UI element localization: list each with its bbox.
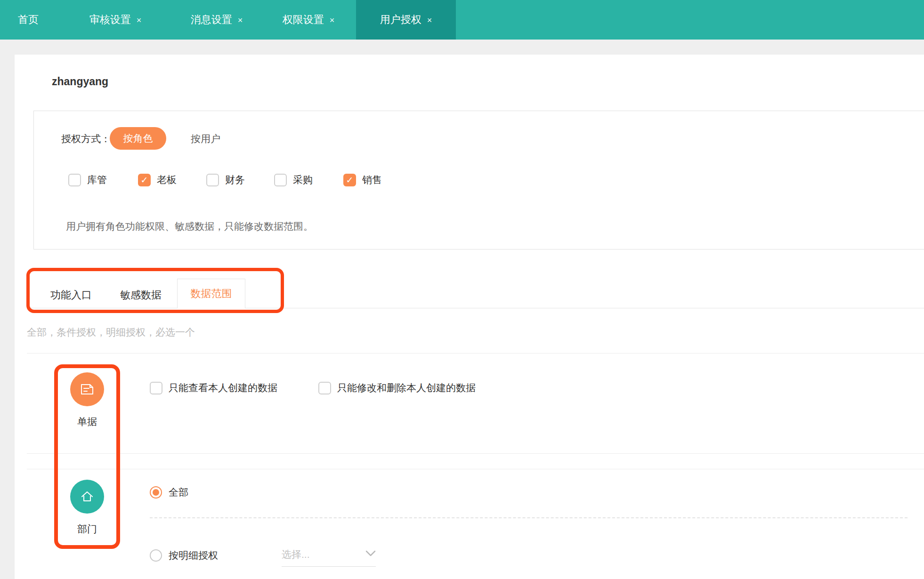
tab-function-entry[interactable]: 功能入口	[50, 288, 92, 302]
user-authorization-page: 首页 审核设置 × 消息设置 × 权限设置 × 用户授权 × zhangyang…	[0, 0, 924, 579]
role-checkbox-finance[interactable]: ✓ 财务	[206, 173, 245, 186]
document-icon	[70, 372, 104, 406]
by-role-button[interactable]: 按角色	[110, 127, 166, 150]
radio-all[interactable]: 全部	[150, 486, 188, 499]
by-user-button[interactable]: 按用户	[191, 132, 220, 145]
close-icon[interactable]: ×	[427, 16, 432, 24]
checkbox-view-own-data[interactable]: ✓ 只能查看本人创建的数据	[150, 381, 277, 394]
role-checkbox-sales[interactable]: ✓ 销售	[343, 173, 382, 186]
role-label: 老板	[157, 173, 177, 186]
section-label-documents: 单据	[70, 415, 104, 428]
page-title-username: zhangyang	[52, 75, 108, 88]
select-placeholder: 选择...	[282, 548, 310, 561]
nav-tab-permission-settings[interactable]: 权限设置 ×	[266, 0, 351, 40]
role-checkbox-warehouse[interactable]: ✓ 库管	[68, 173, 107, 186]
role-label: 销售	[362, 173, 382, 186]
nav-tab-home[interactable]: 首页	[0, 0, 57, 40]
nav-tab-label: 消息设置	[191, 13, 232, 27]
section-documents	[27, 353, 924, 454]
role-checkbox-purchasing[interactable]: ✓ 采购	[274, 173, 313, 186]
tab-sensitive-data[interactable]: 敏感数据	[120, 288, 162, 302]
department-select[interactable]: 选择...	[282, 542, 376, 567]
checkbox-edit-own-data[interactable]: ✓ 只能修改和删除本人创建的数据	[318, 381, 476, 394]
role-label: 财务	[225, 173, 245, 186]
radio-detail-authorization[interactable]: 按明细授权	[150, 549, 218, 562]
authorization-description: 用户拥有角色功能权限、敏感数据，只能修改数据范围。	[66, 220, 313, 233]
top-nav-tabbar: 首页 审核设置 × 消息设置 × 权限设置 × 用户授权 ×	[0, 0, 924, 40]
section-label-department: 部门	[70, 523, 104, 536]
nav-tab-user-authorization[interactable]: 用户授权 ×	[356, 0, 456, 40]
checkbox-icon[interactable]: ✓	[206, 174, 219, 186]
home-icon	[70, 480, 104, 514]
role-label: 采购	[293, 173, 313, 186]
authorization-mode-label: 授权方式：	[61, 132, 111, 145]
nav-tab-message-settings[interactable]: 消息设置 ×	[172, 0, 261, 40]
close-icon[interactable]: ×	[330, 16, 335, 24]
perm-tabbar-divider	[30, 308, 924, 308]
nav-tab-audit-settings[interactable]: 审核设置 ×	[71, 0, 160, 40]
checkbox-icon[interactable]: ✓	[318, 382, 331, 394]
radio-selected-icon[interactable]	[150, 486, 162, 499]
checkbox-icon[interactable]: ✓	[274, 174, 287, 186]
nav-tab-label: 权限设置	[283, 13, 324, 27]
close-icon[interactable]: ×	[238, 16, 243, 24]
role-checkbox-boss[interactable]: ✓ 老板	[138, 173, 177, 186]
checkbox-checked-icon[interactable]: ✓	[343, 174, 356, 186]
data-scope-hint: 全部，条件授权，明细授权，必选一个	[27, 326, 195, 339]
nav-tab-label: 首页	[18, 13, 39, 27]
nav-tab-label: 审核设置	[89, 13, 131, 27]
chevron-down-icon	[365, 550, 376, 559]
tab-data-scope-active[interactable]: 数据范围	[177, 279, 245, 308]
close-icon[interactable]: ×	[137, 16, 142, 24]
radio-icon[interactable]	[150, 549, 162, 562]
checkbox-icon[interactable]: ✓	[150, 382, 162, 394]
checkbox-icon[interactable]: ✓	[68, 174, 81, 186]
role-label: 库管	[87, 173, 107, 186]
dashed-divider	[150, 517, 908, 518]
nav-tab-label: 用户授权	[380, 13, 421, 27]
checkbox-checked-icon[interactable]: ✓	[138, 174, 151, 186]
